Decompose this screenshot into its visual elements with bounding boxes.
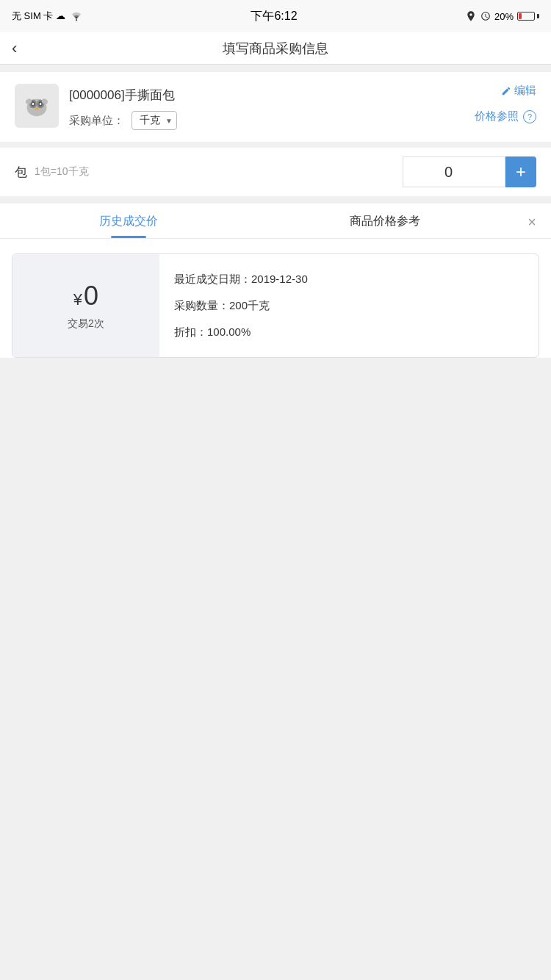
price-amount: ¥0 — [73, 281, 98, 311]
detail-discount-value: 100.00% — [207, 325, 251, 338]
battery-icon — [517, 12, 539, 21]
quantity-input-group: + — [403, 156, 536, 187]
svg-point-6 — [32, 103, 35, 105]
quantity-input[interactable] — [403, 156, 505, 187]
price-detail-discount: 折扣：100.00% — [174, 323, 524, 341]
price-detail-date: 最近成交日期：2019-12-30 — [174, 270, 524, 288]
tab-section: 历史成交价 商品价格参考 × ¥0 交易2次 最近成交日期：2019-12-30 — [0, 203, 551, 358]
price-ref-icon: ? — [523, 110, 536, 123]
tab-close-button[interactable]: × — [513, 204, 551, 238]
price-ref-label: 价格参照 — [475, 109, 519, 123]
wifi-icon — [70, 11, 83, 21]
price-card: ¥0 交易2次 最近成交日期：2019-12-30 采购数量：200千克 折扣：… — [12, 253, 539, 358]
product-unit-row: 采购单位： 千克 ▼ — [69, 111, 177, 130]
unit-select-arrow: ▼ — [165, 117, 173, 125]
alarm-icon — [480, 11, 491, 21]
svg-point-0 — [76, 19, 77, 21]
price-trade-count: 交易2次 — [68, 317, 104, 331]
price-card-right: 最近成交日期：2019-12-30 采购数量：200千克 折扣：100.00% — [159, 254, 539, 357]
product-thumbnail — [15, 84, 59, 128]
detail-date-value: 2019-12-30 — [251, 273, 308, 285]
edit-label: 编辑 — [514, 84, 536, 98]
product-image — [21, 90, 52, 121]
nav-bar: ‹ 填写商品采购信息 — [0, 32, 551, 65]
sim-label: 无 SIM 卡 ☁ — [12, 10, 65, 23]
quantity-unit: 包 — [15, 164, 27, 181]
product-info: [0000006]手撕面包 采购单位： 千克 ▼ — [69, 84, 177, 130]
quantity-label-group: 包 1包=10千克 — [15, 164, 89, 181]
tab-bar: 历史成交价 商品价格参考 × — [0, 203, 551, 239]
quantity-plus-button[interactable]: + — [505, 156, 536, 187]
price-currency: ¥ — [73, 290, 82, 309]
detail-discount-label: 折扣： — [174, 325, 207, 338]
battery-percent: 20% — [494, 11, 514, 22]
detail-date-label: 最近成交日期： — [174, 273, 251, 285]
tab-history-price[interactable]: 历史成交价 — [0, 203, 256, 238]
status-left: 无 SIM 卡 ☁ — [12, 10, 83, 23]
unit-label: 采购单位： — [69, 114, 124, 128]
detail-qty-value: 200千克 — [229, 299, 270, 311]
price-card-left: ¥0 交易2次 — [12, 254, 159, 357]
status-right: 20% — [465, 10, 539, 22]
location-icon — [465, 10, 477, 22]
unit-select-wrapper[interactable]: 千克 ▼ — [132, 111, 177, 130]
tab-product-price-ref[interactable]: 商品价格参考 — [256, 203, 513, 238]
page-title: 填写商品采购信息 — [223, 40, 328, 57]
product-card: [0000006]手撕面包 采购单位： 千克 ▼ 编辑 — [0, 72, 551, 142]
quantity-conversion: 1包=10千克 — [35, 165, 89, 179]
status-time: 下午6:12 — [251, 9, 297, 24]
price-ref-button[interactable]: 价格参照 ? — [475, 109, 536, 123]
product-name: [0000006]手撕面包 — [69, 87, 177, 104]
status-bar: 无 SIM 卡 ☁ 下午6:12 20% — [0, 0, 551, 32]
edit-button[interactable]: 编辑 — [501, 84, 536, 98]
tab-underline — [111, 236, 146, 238]
back-button[interactable]: ‹ — [12, 39, 17, 58]
price-detail-qty: 采购数量：200千克 — [174, 297, 524, 314]
quantity-section: 包 1包=10千克 + — [0, 142, 551, 196]
price-value: 0 — [84, 281, 98, 311]
svg-point-7 — [40, 103, 42, 105]
detail-qty-label: 采购数量： — [174, 299, 229, 311]
main-content: [0000006]手撕面包 采购单位： 千克 ▼ 编辑 — [0, 72, 551, 980]
edit-icon — [501, 86, 511, 96]
